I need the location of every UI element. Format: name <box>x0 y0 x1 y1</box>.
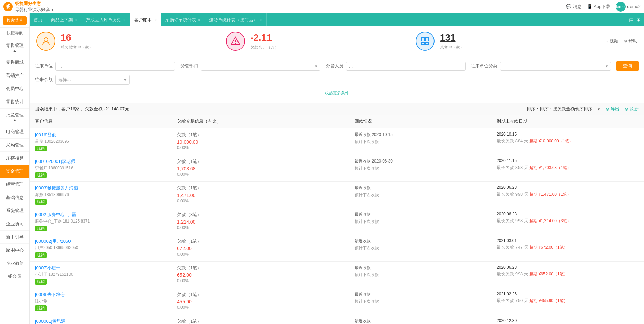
store-selector[interactable]: 母婴行业演示账套 ▾ <box>15 7 54 13</box>
manager-filter: 分管人员 ... <box>326 62 466 71</box>
customer-sub: 海燕 18513066976 <box>35 192 177 198</box>
page-content: 16 总欠款客户（家） -2.11 <box>30 26 644 324</box>
overdue-link[interactable]: 超期 ¥455.90（1笔） <box>529 298 567 303</box>
debt-amount-value: -2.11 <box>250 32 402 43</box>
debt-customers-icon <box>36 32 55 51</box>
sidebar-item-new-guide[interactable]: 新手引导 <box>0 231 29 244</box>
search-menu-button[interactable]: 搜索菜单 <box>3 16 27 25</box>
balance-select[interactable]: 选择... ▾ <box>55 75 130 85</box>
sidebar-item-member[interactable]: 会员中心 <box>0 82 29 95</box>
top-bar: 畅 畅捷通好生意 母婴行业演示账套 ▾ 💬 消息 📱 App下载 demo2 d… <box>0 0 644 13</box>
tab-label: 进货单统计表（按商品） <box>209 17 257 23</box>
sidebar-item-ops-mgmt[interactable]: 经营管理 <box>0 178 29 191</box>
quick-nav-item[interactable]: 快捷导航 <box>0 28 29 39</box>
dept-select[interactable]: ▾ <box>201 62 320 71</box>
collapse-button[interactable]: 收起更多条件 <box>35 88 639 98</box>
debt-col: 欠款（1笔） 672.00 0.00% <box>177 238 355 257</box>
customer-name-link[interactable]: [0003]畅捷服务尹海燕 <box>35 185 78 190</box>
tab-label: 商品上下架 <box>51 17 73 23</box>
customer-name-link[interactable]: [0006]去下粮仓 <box>35 292 65 297</box>
sidebar-item-batch-mgmt[interactable]: 批发管理 ▲ <box>0 109 29 125</box>
overdue-col: 2021.03.01 最长欠款 747 天 超期 ¥672.00（1笔） <box>497 238 639 251</box>
overdue-days: 最长欠款 750 天 超期 ¥455.90（1笔） <box>497 298 639 304</box>
tab-goods-status[interactable]: 商品上下架 × <box>47 13 82 26</box>
dots-icon: ... <box>58 64 62 69</box>
debt-percent: 0.00% <box>177 252 355 257</box>
close-icon[interactable]: × <box>123 17 126 23</box>
chevron-down-icon[interactable]: ▾ <box>598 107 600 112</box>
help-link[interactable]: ⊙ 帮助 <box>624 38 637 44</box>
overdue-link[interactable]: 超期 ¥10,000.00（1笔） <box>529 139 573 143</box>
recovery-col: 最近收款 2020-10-15 预计下次收款 <box>355 132 497 145</box>
sidebar-item-app-center[interactable]: 应用中心 <box>0 244 29 257</box>
tab-minimize-icon[interactable]: ⊟ <box>629 17 634 23</box>
tab-home[interactable]: 首页 <box>30 13 47 26</box>
unit-class-select[interactable]: ▾ <box>500 62 611 71</box>
message-link[interactable]: 💬 消息 <box>566 4 582 10</box>
customer-name-link[interactable]: [0002]服务中心_丁磊 <box>35 212 76 217</box>
customer-tag: 现销 <box>35 146 47 151</box>
sidebar-item-enterprise-wechat[interactable]: 企业微信 <box>0 257 29 270</box>
sidebar-item-changhyuyan[interactable]: 畅会员 <box>0 270 29 283</box>
close-icon[interactable]: × <box>259 17 262 23</box>
overdue-date: 2020.11.15 <box>497 158 639 163</box>
close-icon[interactable]: × <box>75 17 78 23</box>
close-icon[interactable]: × <box>154 17 157 23</box>
content-area: 首页 商品上下架 × 产成品入库单历史 × 客户账本 × 采购订单统计表 × <box>30 13 644 324</box>
recovery-next: 预计下次收款 <box>355 272 497 278</box>
sidebar-item-retail-stats[interactable]: 零售统计 <box>0 95 29 109</box>
recovery-next: 预计下次收款 <box>355 245 497 251</box>
customer-name-link[interactable]: [0007]小进干 <box>35 265 60 270</box>
stats-bar: 16 总欠款客户（家） -2.11 <box>30 26 644 56</box>
sidebar-item-marketing[interactable]: 营销推广 <box>0 69 29 82</box>
svg-rect-7 <box>426 42 428 45</box>
overdue-col: 2021.02.26 最长欠款 750 天 超期 ¥455.90（1笔） <box>497 292 639 304</box>
recovery-date: 最近收款 2020-10-15 <box>355 132 497 138</box>
overdue-col: 2020.11.15 最长欠款 853 天 超期 ¥1,703.68（1笔） <box>497 158 639 171</box>
sidebar-item-ecom-mgmt[interactable]: 电商管理 <box>0 125 29 139</box>
overdue-link[interactable]: 超期 ¥672.00（1笔） <box>529 245 567 250</box>
customer-name-link[interactable]: [0016]吕俊 <box>35 132 56 137</box>
table-row: [0002]服务中心_丁磊 服务中心_丁磊 181 0125 8371 现销 欠… <box>30 208 644 235</box>
tab-purchase-order[interactable]: 采购订单统计表 × <box>161 13 205 26</box>
tab-product-history[interactable]: 产成品入库单历史 × <box>82 13 130 26</box>
sidebar-item-label: 系统管理 <box>6 208 24 214</box>
sidebar-item-system[interactable]: 系统管理 <box>0 204 29 217</box>
debt-count: 欠款（1笔） <box>177 158 355 165</box>
recovery-col: 最近收款 预计下次收款 <box>355 212 497 225</box>
manager-input[interactable]: ... <box>346 62 466 71</box>
tab-customer-account[interactable]: 客户账本 × <box>130 13 161 26</box>
sidebar-item-inventory[interactable]: 库存核算 <box>0 152 29 165</box>
sidebar-item-enterprise[interactable]: 企业协同 <box>0 217 29 231</box>
tab-inbound-stats[interactable]: 进货单统计表（按商品） × <box>205 13 267 26</box>
video-link[interactable]: ⊙ 视频 <box>605 38 619 44</box>
sidebar-item-finance[interactable]: 资金管理 <box>0 165 29 178</box>
debt-amount: 10,000.00 <box>177 139 355 145</box>
customer-name-link[interactable]: [000002]用户2050 <box>35 239 71 244</box>
overdue-link[interactable]: 超期 ¥1,471.00（1笔） <box>529 192 571 197</box>
refresh-button[interactable]: ⊙ 刷新 <box>625 106 639 112</box>
close-icon[interactable]: × <box>198 17 201 23</box>
sidebar-item-basic-info[interactable]: 基础信息 <box>0 191 29 204</box>
search-button[interactable]: 查询 <box>616 61 639 71</box>
customer-name-link[interactable]: [0001020001]李老师 <box>35 159 75 164</box>
overdue-col: 2020.06.23 最长欠款 998 天 超期 ¥652.00（1笔） <box>497 265 639 277</box>
sidebar-item-retail-mgmt[interactable]: 零售管理 ▲ <box>0 39 29 56</box>
overdue-link[interactable]: 超期 ¥1,703.68（1笔） <box>529 165 571 170</box>
overdue-link[interactable]: 超期 ¥652.00（1笔） <box>529 272 567 276</box>
from-unit-input[interactable]: ... <box>55 62 175 71</box>
debt-amount: 455.90 <box>177 299 355 304</box>
app-download-link[interactable]: 📱 App下载 <box>587 4 610 10</box>
result-actions: 排序：排序：按欠款金额倒序排序 ▾ ⊙ 导出 ⊙ 刷新 <box>527 106 639 112</box>
user-menu[interactable]: demo2 demo2 <box>616 2 641 12</box>
debt-percent: 0.00% <box>177 145 355 150</box>
overdue-link[interactable]: 超期 ¥1,214.00（3笔） <box>529 218 571 223</box>
customer-name-link[interactable]: [000001]黄思源 <box>35 319 65 324</box>
export-button[interactable]: ⊙ 导出 <box>606 106 619 112</box>
total-customers-icon <box>416 32 435 51</box>
sidebar-item-purchase[interactable]: 采购管理 <box>0 139 29 152</box>
result-info: 搜索结果中，客户16家， 欠款金额 -21,148.07元 <box>35 106 129 112</box>
tab-maximize-icon[interactable]: ⊞ <box>636 17 641 23</box>
sidebar-item-retail-mall[interactable]: 零售商城 <box>0 56 29 69</box>
sidebar-item-label: 批发管理 <box>6 112 24 118</box>
